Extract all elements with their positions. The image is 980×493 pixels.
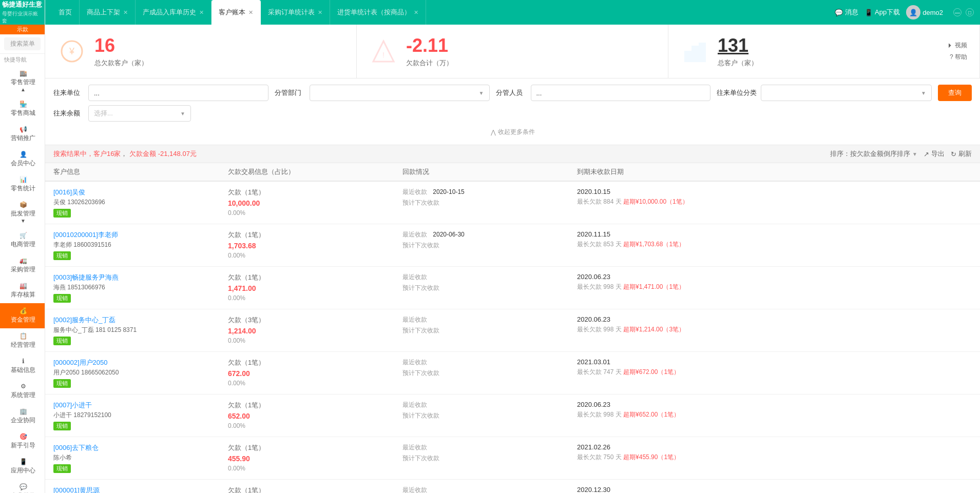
- dept-input[interactable]: ▼: [310, 85, 490, 101]
- debt-count-0: 欠款（1笔）: [228, 188, 402, 197]
- top-header: 首页 商品上下架 ✕ 产成品入库单历史 ✕ 客户账本 ✕ 采购订单统计表 ✕: [45, 0, 980, 25]
- stat-card-debt-customers: ¥ 16 总欠款客户（家）: [45, 25, 357, 78]
- sidebar-item-operations[interactable]: 📋 经营管理: [0, 328, 45, 353]
- total-customers-icon: [681, 37, 709, 66]
- sidebar-item-purchase[interactable]: 🚛 采购管理: [0, 253, 45, 278]
- sidebar-item-ecommerce[interactable]: 🛒 电商管理: [0, 228, 45, 253]
- app-download-btn[interactable]: 📱 App下载: [864, 8, 900, 17]
- customer-name-5[interactable]: [0007]小进干: [53, 401, 228, 410]
- retail-mgmt-icon: 🏬: [20, 70, 27, 77]
- export-icon: ↗: [924, 150, 929, 158]
- sidebar-item-app-center[interactable]: 📱 应用中心: [0, 454, 45, 479]
- quick-nav-label: 快捷导航: [0, 54, 45, 66]
- table-header: 客户信息 欠款交易信息（占比） 回款情况 到期未收款日期: [45, 163, 980, 182]
- customer-info-0: [0016]吴俊 吴俊 13026203696 现销: [53, 188, 228, 218]
- tab-purchase-stats[interactable]: 进货单统计表（按商品） ✕: [330, 0, 426, 25]
- expire-link-5[interactable]: 超期¥652.00（1笔）: [623, 411, 680, 418]
- search-button[interactable]: 查询: [938, 85, 972, 101]
- expire-link-2[interactable]: 超期¥1,471.00（1笔）: [623, 283, 685, 290]
- sidebar-item-retail-mall[interactable]: 🏪 零售商城: [0, 96, 45, 122]
- sort-selector[interactable]: 排序：按欠款金额倒序排序 ▼: [830, 149, 917, 159]
- sidebar-search-btn[interactable]: 搜索菜单: [4, 37, 41, 50]
- sidebar-item-finance[interactable]: 💰 资金管理: [0, 303, 45, 328]
- tab-label: 商品上下架: [87, 8, 120, 17]
- video-btn[interactable]: ⏵ 视频: [947, 41, 967, 50]
- tab-customer-account[interactable]: 客户账本 ✕: [212, 0, 261, 25]
- tab-home[interactable]: 首页: [51, 0, 80, 25]
- customer-name-7[interactable]: [000001]黄思源: [53, 486, 228, 493]
- customer-name-1[interactable]: [00010200001]李老师: [53, 230, 228, 240]
- window-maximize-btn[interactable]: □: [966, 8, 974, 16]
- expire-link-6[interactable]: 超期¥455.90（1笔）: [623, 453, 680, 461]
- customer-name-4[interactable]: [000002]用户2050: [53, 358, 228, 367]
- customer-phone-0: 吴俊 13026203696: [53, 198, 228, 207]
- help-btn[interactable]: ? 帮助: [950, 53, 967, 62]
- window-minimize-btn[interactable]: —: [953, 8, 962, 16]
- sidebar-item-marketing[interactable]: 📢 营销推广: [0, 122, 45, 147]
- stats-bar: ¥ 16 总欠款客户（家） ! -2.11 欠款合计（万）: [45, 25, 980, 78]
- customer-name-0[interactable]: [0016]吴俊: [53, 188, 228, 197]
- repay-next-1: 预计下次收款: [402, 241, 577, 250]
- system-icon: ⚙: [21, 383, 26, 390]
- tab-close-btn[interactable]: ✕: [414, 9, 418, 16]
- sidebar-item-inventory[interactable]: 🏭 库存核算: [0, 278, 45, 303]
- debt-count-1: 欠款（1笔）: [228, 230, 402, 240]
- debt-amount-4: 672.00: [228, 369, 402, 378]
- export-btn[interactable]: ↗ 导出: [924, 149, 945, 159]
- expire-date-7: 2020.12.30: [577, 486, 972, 493]
- balance-input[interactable]: 选择... ▼: [88, 105, 191, 122]
- sidebar-search-area[interactable]: 搜索菜单: [0, 34, 45, 54]
- sidebar-item-members[interactable]: 👤 会员中心: [0, 147, 45, 172]
- repay-label-5: 最近收款: [402, 401, 577, 409]
- expire-link-3[interactable]: 超期¥1,214.00（3笔）: [623, 326, 685, 333]
- expire-link-4[interactable]: 超期¥672.00（1笔）: [623, 368, 680, 376]
- unit-category-input[interactable]: ▼: [761, 85, 932, 101]
- debt-percent-0: 0.00%: [228, 209, 402, 216]
- tab-close-btn[interactable]: ✕: [318, 9, 322, 16]
- debt-amount-6: 455.90: [228, 455, 402, 463]
- sidebar-item-basic-info[interactable]: ℹ 基础信息: [0, 353, 45, 379]
- customer-tag-1: 现销: [53, 251, 71, 260]
- tab-close-btn[interactable]: ✕: [123, 9, 128, 16]
- ecommerce-icon: 🛒: [20, 232, 27, 239]
- expire-date-4: 2021.03.01: [577, 358, 972, 366]
- wecom-icon: 💬: [20, 483, 27, 490]
- repay-label-0: 最近收款 2020-10-15: [402, 188, 577, 196]
- sidebar-item-retail-stats[interactable]: 📊 零售统计: [0, 172, 45, 197]
- tab-label: 客户账本: [219, 8, 245, 17]
- sidebar-item-enterprise[interactable]: 🏢 企业协同: [0, 404, 45, 429]
- customer-name-3[interactable]: [0002]服务中心_丁磊: [53, 315, 228, 325]
- customer-info-6: [0006]去下粮仓 陈小希 现销: [53, 443, 228, 473]
- sidebar-item-label: 营销推广: [11, 134, 35, 143]
- source-unit-filter: 往来单位 ...: [53, 85, 268, 101]
- sidebar-item-batch-mgmt[interactable]: 📦 批发管理 ▼: [0, 197, 45, 228]
- sidebar-item-system[interactable]: ⚙ 系统管理: [0, 379, 45, 404]
- svg-rect-4: [685, 51, 691, 62]
- manager-filter: 分管人员 ...: [496, 85, 711, 101]
- tab-close-btn[interactable]: ✕: [199, 9, 204, 16]
- stat-card-actions: ⏵ 视频 ? 帮助: [947, 41, 967, 62]
- result-info: 搜索结果中，客户16家， 欠款金额 -21,148.07元: [53, 149, 197, 159]
- expire-link-0[interactable]: 超期¥10,000.00（1笔）: [623, 198, 688, 205]
- sidebar-item-wecom[interactable]: 💬 企业微信: [0, 479, 45, 493]
- repay-date-1: 2020-06-30: [433, 231, 464, 238]
- tab-close-btn[interactable]: ✕: [248, 9, 253, 16]
- tab-product-history[interactable]: 产成品入库单历史 ✕: [136, 0, 212, 25]
- customer-name-2[interactable]: [0003]畅捷服务尹海燕: [53, 273, 228, 282]
- expire-link-1[interactable]: 超期¥1,703.68（1笔）: [623, 241, 685, 248]
- refresh-btn[interactable]: ↻ 刷新: [951, 149, 972, 159]
- message-btn[interactable]: 💬 消息: [835, 8, 858, 17]
- tab-product-shelf[interactable]: 商品上下架 ✕: [80, 0, 136, 25]
- sidebar-item-newbie[interactable]: 🎯 新手引导: [0, 429, 45, 454]
- customer-phone-3: 服务中心_丁磊 181 0125 8371: [53, 326, 228, 334]
- user-avatar-btn[interactable]: 👤 demo2: [906, 5, 943, 19]
- source-unit-input[interactable]: ...: [88, 85, 268, 101]
- customer-name-6[interactable]: [0006]去下粮仓: [53, 443, 228, 452]
- dept-filter: 分管部门 ▼: [275, 85, 490, 101]
- collapse-btn[interactable]: ⋀ 收起更多条件: [53, 126, 972, 139]
- debt-amount-5: 652.00: [228, 412, 402, 420]
- manager-input[interactable]: ...: [531, 85, 711, 101]
- sidebar-item-retail-mgmt[interactable]: 🏬 零售管理 ▲: [0, 66, 45, 96]
- sidebar-item-label: 新手引导: [11, 441, 35, 450]
- tab-purchase-order[interactable]: 采购订单统计表 ✕: [261, 0, 330, 25]
